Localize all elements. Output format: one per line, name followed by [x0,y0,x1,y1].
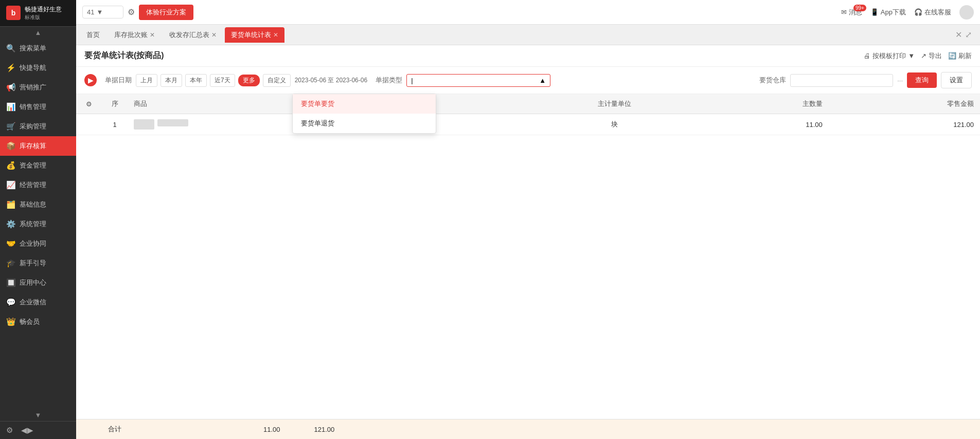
user-avatar[interactable] [959,5,974,20]
print-icon: 🖨 [864,52,870,60]
date-btn-last-7-days[interactable]: 近7天 [210,74,235,87]
expand-window-icon[interactable]: ⤢ [965,30,972,40]
th-amount: 零售金额 [829,94,980,114]
dropdown-item-order-goods[interactable]: 要货单要货 [293,94,436,114]
tab-inventory-batch-label: 库存批次账 [114,30,148,40]
sidebar-item-marketing[interactable]: 📢 营销推广 [0,78,76,97]
system-icon: ⚙️ [6,220,15,229]
sidebar-item-member-label: 畅会员 [20,317,40,326]
sidebar-item-guide[interactable]: 🎓 新手引导 [0,253,76,273]
sidebar-nav: 🔍 搜索菜单 ⚡ 快捷导航 📢 营销推广 📊 销售管理 🛒 采购管理 📦 库存核… [0,39,76,409]
row-unit: 块 [526,114,703,135]
print-btn[interactable]: 🖨 按模板打印 ▼ [864,51,915,61]
sidebar-item-operations[interactable]: 📈 经营管理 [0,175,76,195]
goods-name-placeholder [157,119,188,126]
member-icon: 👑 [6,317,15,326]
main-content: 41 ▼ ⚙ 体验行业方案 ✉ 消息 99+ 📱 App下载 🎧 在线客服 [76,0,980,439]
topbar-right: ✉ 消息 99+ 📱 App下载 🎧 在线客服 [841,5,974,20]
sidebar-item-wechat[interactable]: 💬 企业微信 [0,292,76,312]
query-button[interactable]: 查询 [907,72,937,88]
warehouse-filter-section: 要货仓库 ··· 查询 设置 [759,72,972,88]
sidebar-item-search-label: 搜索菜单 [20,44,46,53]
warehouse-input[interactable] [790,74,893,87]
sales-icon: 📊 [6,102,15,112]
th-settings[interactable]: ⚙ [76,94,102,114]
refresh-btn[interactable]: 🔄 刷新 [948,51,972,61]
dropdown-item-order-return[interactable]: 要货单退货 [293,114,436,133]
tab-order-summary[interactable]: 要货单统计表 ✕ [225,27,284,43]
page-content: 要货单统计表(按商品) 🖨 按模板打印 ▼ ↗ 导出 🔄 刷新 ▶ [76,45,980,439]
app-download-label: App下载 [881,8,906,17]
sidebar-item-purchase[interactable]: 🛒 采购管理 [0,117,76,136]
filter-bar: ▶ 单据日期 上月 本月 本年 近7天 更多 自定义 2023-05-06 至 … [76,67,980,94]
type-dropdown[interactable]: | ▲ [406,74,550,87]
trial-button[interactable]: 体验行业方案 [139,5,193,20]
sidebar-item-operations-label: 经营管理 [20,180,46,190]
sidebar-item-finance[interactable]: 💰 资金管理 [0,156,76,175]
tab-receive-summary-label: 收发存汇总表 [169,30,209,40]
date-btn-this-month[interactable]: 本月 [161,74,182,87]
data-table: ⚙ 序 商品 主计量单位 主数量 零售金额 1 [76,94,980,135]
tab-home-label: 首页 [86,31,100,39]
tab-inventory-batch-close[interactable]: ✕ [150,31,155,39]
table-row: 1 块 11.00 121.00 [76,114,980,135]
online-service-btn[interactable]: 🎧 在线客服 [914,8,951,17]
logo-sub: 标准版 [25,14,62,21]
date-btn-custom[interactable]: 自定义 [263,74,291,87]
store-dropdown-icon: ▼ [96,8,103,16]
sidebar-item-enterprise[interactable]: 🤝 企业协同 [0,234,76,253]
phone-icon: 📱 [870,8,879,16]
page-actions: 🖨 按模板打印 ▼ ↗ 导出 🔄 刷新 [864,51,972,61]
footer-amount: 121.00 [314,426,335,433]
date-filter-label: 单据日期 [105,76,132,85]
sidebar-item-sales[interactable]: 📊 销售管理 [0,97,76,117]
export-btn[interactable]: ↗ 导出 [921,51,942,61]
tab-receive-summary[interactable]: 收发存汇总表 ✕ [163,27,223,43]
date-btn-more[interactable]: 更多 [238,75,260,86]
refresh-icon: 🔄 [948,52,956,60]
close-window-icon[interactable]: ✕ [955,30,962,40]
export-label: 导出 [929,51,942,61]
type-selected-value: | [411,77,539,84]
date-buttons: 上月 本月 本年 近7天 更多 自定义 [136,74,291,87]
type-dropdown-menu: 要货单要货 要货单退货 [292,94,436,134]
sidebar-scroll-down[interactable]: ▼ [0,409,76,421]
th-qty: 主数量 [703,94,829,114]
tab-home[interactable]: 首页 [80,27,106,43]
appstore-icon: 🔲 [6,278,15,287]
date-btn-last-month[interactable]: 上月 [136,74,157,87]
app-download-btn[interactable]: 📱 App下载 [870,8,906,17]
gear-icon[interactable]: ⚙ [86,100,92,108]
sidebar-item-system[interactable]: ⚙️ 系统管理 [0,214,76,234]
date-btn-this-year[interactable]: 本年 [185,74,207,87]
more-options-icon[interactable]: ··· [897,77,903,84]
sidebar-item-appstore-label: 应用中心 [20,278,46,287]
sidebar-item-base[interactable]: 🗂️ 基础信息 [0,195,76,214]
tab-inventory-batch[interactable]: 库存批次账 ✕ [108,27,161,43]
logo: b 畅捷通好生意 标准版 [0,0,76,27]
topbar: 41 ▼ ⚙ 体验行业方案 ✉ 消息 99+ 📱 App下载 🎧 在线客服 [76,0,980,25]
sidebar-scroll-up[interactable]: ▲ [0,27,76,39]
sidebar-footer: ⚙ ◀▶ [0,421,76,439]
tab-order-summary-close[interactable]: ✕ [273,31,278,39]
sidebar-item-shortcut[interactable]: ⚡ 快捷导航 [0,58,76,78]
table-container: ⚙ 序 商品 主计量单位 主数量 零售金额 1 [76,94,980,419]
topbar-settings-icon[interactable]: ⚙ [128,7,135,17]
sidebar-item-member[interactable]: 👑 畅会员 [0,312,76,332]
sidebar-item-guide-label: 新手引导 [20,259,46,268]
sidebar-item-system-label: 系统管理 [20,220,46,229]
print-dropdown-icon: ▼ [908,52,915,60]
settings-button[interactable]: 设置 [941,72,972,88]
type-dropdown-arrow: ▲ [539,77,546,84]
store-selector[interactable]: 41 ▼ [82,6,123,19]
message-btn[interactable]: ✉ 消息 99+ [841,8,862,17]
filter-toggle-btn[interactable]: ▶ [84,74,97,86]
topbar-left: 41 ▼ ⚙ 体验行业方案 [82,5,837,20]
tab-receive-summary-close[interactable]: ✕ [211,31,217,39]
sidebar-item-search[interactable]: 🔍 搜索菜单 [0,39,76,58]
collapse-sidebar-icon[interactable]: ◀▶ [21,426,33,435]
sidebar-item-inventory[interactable]: 📦 库存核算 [0,136,76,156]
settings-footer-icon[interactable]: ⚙ [6,426,13,435]
base-icon: 🗂️ [6,200,15,209]
sidebar-item-appstore[interactable]: 🔲 应用中心 [0,273,76,292]
